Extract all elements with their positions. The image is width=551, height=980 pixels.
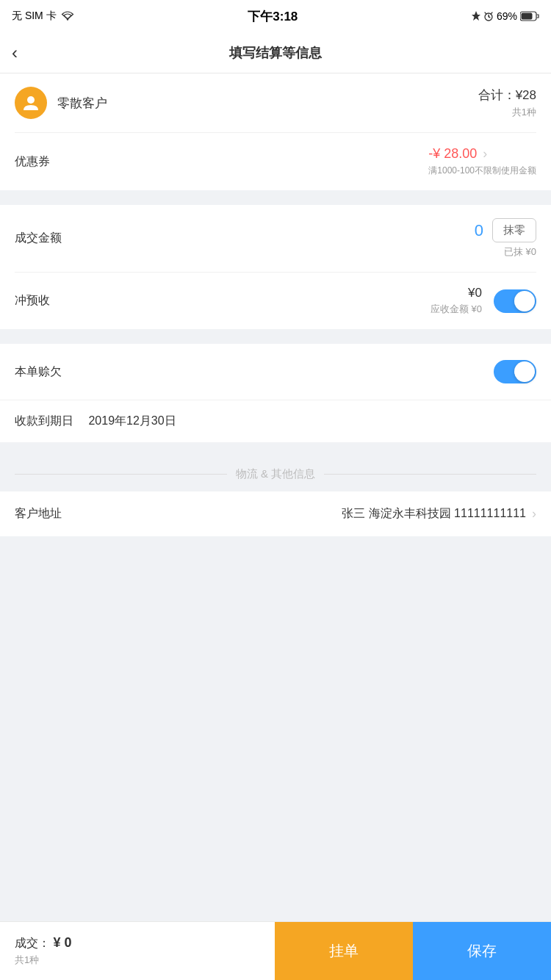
bottom-summary: 成交： ¥ 0 共1种 [0, 935, 275, 967]
deal-amount-row: 成交金额 0 抹零 已抹 ¥0 [0, 205, 551, 272]
back-button[interactable]: ‹ [12, 43, 18, 63]
debt-label: 本单赊欠 [15, 364, 62, 380]
debt-row: 本单赊欠 [0, 344, 551, 400]
total-count: 共1种 [478, 106, 536, 119]
address-row[interactable]: 客户地址 张三 海淀永丰科技园 11111111111 › [0, 491, 551, 536]
deal-amount-label: 成交金额 [15, 231, 62, 246]
debt-toggle[interactable] [494, 360, 536, 383]
debt-toggle-knob [514, 361, 535, 382]
advance-amounts: ¥0 应收金额 ¥0 [431, 286, 482, 316]
status-right: 69% [472, 10, 539, 22]
due-date-label: 收款到期日 [15, 414, 73, 427]
deal-amount-section: 成交金额 0 抹零 已抹 ¥0 冲预收 ¥0 应收金额 ¥0 [0, 205, 551, 329]
section-sep-3 [0, 450, 551, 457]
status-left: 无 SIM 卡 [12, 10, 74, 23]
already-zeroed-text: 已抹 ¥0 [454, 245, 536, 259]
battery-icon [520, 11, 539, 21]
customer-row: 零散客户 合计：¥28 共1种 [0, 73, 551, 132]
due-date-row: 收款到期日 2019年12月30日 [0, 400, 551, 442]
section-sep-2 [0, 336, 551, 344]
total-amount: 合计：¥28 [478, 87, 536, 104]
advance-row: 冲预收 ¥0 应收金额 ¥0 [0, 273, 551, 329]
round-zero-button[interactable]: 抹零 [492, 218, 536, 242]
save-button[interactable]: 保存 [413, 922, 551, 981]
alarm-icon [483, 11, 494, 21]
line-left [15, 474, 227, 475]
customer-name: 零散客户 [57, 95, 107, 112]
receivable-text: 应收金额 ¥0 [431, 303, 482, 316]
svg-point-4 [27, 96, 35, 104]
status-time: 下午3:18 [248, 8, 298, 25]
nav-bar: ‹ 填写结算等信息 [0, 32, 551, 73]
advance-amount-value: ¥0 [431, 286, 482, 300]
pending-button[interactable]: 挂单 [275, 922, 413, 981]
address-label: 客户地址 [15, 506, 62, 522]
bottom-deal-amount: ¥ 0 [53, 935, 71, 950]
bottom-count: 共1种 [15, 954, 260, 967]
sim-label: 无 SIM 卡 [12, 10, 57, 23]
line-right [324, 474, 536, 475]
avatar-icon [21, 93, 41, 113]
coupon-amount: -¥ 28.00 [428, 146, 477, 162]
address-chevron-icon: › [532, 506, 536, 522]
toggle-knob [514, 291, 535, 311]
bottom-bar: 成交： ¥ 0 共1种 挂单 保存 [0, 921, 551, 980]
address-value: 张三 海淀永丰科技园 11111111111 [342, 506, 526, 522]
address-section: 客户地址 张三 海淀永丰科技园 11111111111 › [0, 491, 551, 536]
customer-total: 合计：¥28 共1种 [478, 87, 536, 119]
svg-point-0 [66, 18, 68, 20]
deal-amount-right: 0 抹零 已抹 ¥0 [454, 218, 536, 259]
address-right: 张三 海淀永丰科技园 11111111111 › [342, 506, 536, 522]
coupon-right: -¥ 28.00 › 满1000-100不限制使用金额 [428, 146, 536, 177]
due-date-value: 2019年12月30日 [88, 414, 176, 427]
location-icon [472, 11, 480, 21]
wifi-icon [61, 11, 74, 21]
deal-label: 成交： [15, 937, 50, 949]
debt-section: 本单赊欠 收款到期日 2019年12月30日 [0, 344, 551, 442]
svg-rect-3 [521, 13, 532, 20]
avatar [15, 87, 47, 119]
coupon-desc: 满1000-100不限制使用金额 [428, 165, 536, 177]
coupon-row[interactable]: 优惠券 -¥ 28.00 › 满1000-100不限制使用金额 [0, 133, 551, 190]
logistics-label: 物流 & 其他信息 [236, 467, 315, 481]
logistics-sep: 物流 & 其他信息 [0, 457, 551, 491]
advance-label: 冲预收 [15, 293, 50, 309]
advance-toggle[interactable] [494, 289, 536, 313]
page-title: 填写结算等信息 [229, 44, 322, 62]
coupon-label: 优惠券 [15, 154, 50, 170]
status-bar: 无 SIM 卡 下午3:18 69% [0, 0, 551, 32]
chevron-right-icon: › [483, 146, 487, 162]
content: 零散客户 合计：¥28 共1种 优惠券 -¥ 28.00 › 满1000-100… [0, 73, 551, 617]
battery-text: 69% [497, 10, 517, 22]
deal-amount-value[interactable]: 0 [454, 221, 483, 240]
customer-section: 零散客户 合计：¥28 共1种 优惠券 -¥ 28.00 › 满1000-100… [0, 73, 551, 190]
section-sep-1 [0, 198, 551, 205]
bottom-deal: 成交： ¥ 0 [15, 935, 260, 951]
